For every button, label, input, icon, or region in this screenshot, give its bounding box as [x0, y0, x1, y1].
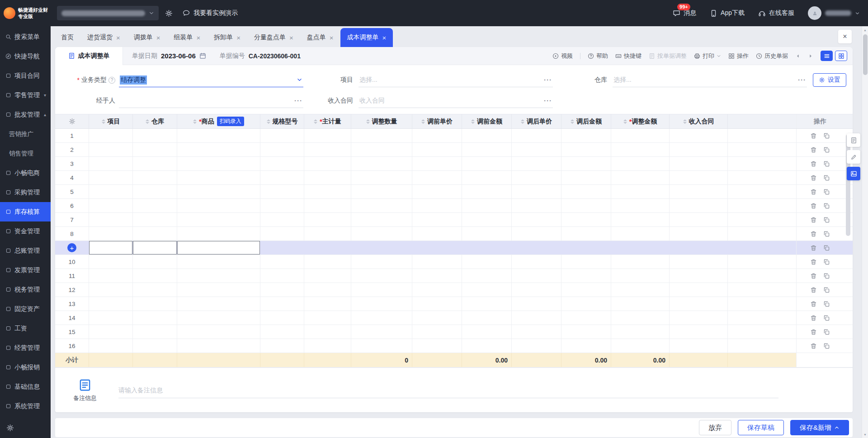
scan-entry-button[interactable]: 扫码录入: [217, 117, 244, 126]
cell-project[interactable]: [89, 199, 133, 212]
cell-adjust_amount[interactable]: [611, 283, 670, 297]
cell-adjust_amount[interactable]: [611, 129, 670, 142]
cell-income_contract[interactable]: [670, 143, 728, 156]
cell-adjust_qty[interactable]: [351, 297, 412, 311]
cell-project[interactable]: [89, 143, 133, 156]
copy-row-icon[interactable]: [823, 146, 830, 153]
copy-row-icon[interactable]: [823, 132, 830, 139]
doc-subtab[interactable]: 成本调整单: [55, 47, 123, 65]
cell-spec[interactable]: [260, 199, 304, 212]
cell-warehouse[interactable]: [133, 297, 177, 311]
more-options-icon[interactable]: ···: [544, 97, 552, 104]
cell-post_amount[interactable]: [561, 255, 611, 268]
cell-pre_price[interactable]: [412, 325, 462, 339]
tab-close-icon[interactable]: ×: [289, 34, 293, 42]
cell-post_price[interactable]: [512, 325, 561, 339]
sort-icon[interactable]: [366, 119, 370, 124]
cell-post_price[interactable]: [512, 213, 561, 226]
cell-adjust_qty[interactable]: [351, 311, 412, 325]
cell-adjust_amount[interactable]: [611, 325, 670, 339]
copy-row-icon[interactable]: [823, 203, 830, 209]
list-view-button[interactable]: [821, 51, 833, 61]
delete-row-icon[interactable]: [810, 217, 817, 223]
warehouse-select[interactable]: 选择... ···: [613, 73, 807, 87]
remarks-tab[interactable]: 备注信息: [71, 378, 99, 402]
sidebar-item-20[interactable]: 系统管理: [0, 396, 51, 416]
cell-post_price[interactable]: [512, 157, 561, 170]
cell-warehouse[interactable]: [133, 143, 177, 156]
cell-warehouse[interactable]: [133, 227, 177, 240]
cell-pre_price[interactable]: [412, 283, 462, 297]
sidebar-item-10[interactable]: 库存核算: [0, 202, 51, 221]
column-header-pre_amount[interactable]: 调前金额: [462, 114, 512, 128]
sort-icon[interactable]: [471, 119, 475, 124]
cell-adjust_amount[interactable]: [611, 199, 670, 212]
copy-row-icon[interactable]: [823, 315, 830, 321]
more-options-icon[interactable]: ···: [294, 97, 302, 104]
sidebar-item-13[interactable]: 发票管理: [0, 260, 51, 280]
demo-link[interactable]: 我要看实例演示: [183, 9, 238, 17]
cell-income_contract[interactable]: [670, 241, 728, 254]
cell-pre_amount[interactable]: [462, 325, 512, 339]
cell-pre_price[interactable]: [412, 157, 462, 170]
cell-post_price[interactable]: [512, 283, 561, 297]
cell-pre_price[interactable]: [412, 213, 462, 226]
cell-adjust_qty[interactable]: [351, 339, 412, 353]
messages-button[interactable]: 99+ 消息: [673, 9, 696, 17]
tab-6[interactable]: 分量盘点单×: [247, 28, 300, 47]
tab-close-icon[interactable]: ×: [330, 34, 334, 42]
cell-unit[interactable]: [304, 325, 351, 339]
cell-product[interactable]: [177, 199, 260, 212]
copy-row-icon[interactable]: [823, 301, 830, 307]
cell-spec[interactable]: [260, 283, 304, 297]
calendar-icon[interactable]: [199, 52, 206, 59]
business-type-select[interactable]: 结存调整: [119, 73, 303, 87]
column-header-post_price[interactable]: 调后单价: [512, 114, 561, 128]
more-options-icon[interactable]: ···: [544, 76, 552, 84]
operations-button[interactable]: 操作: [728, 52, 749, 60]
cell-product[interactable]: [177, 129, 260, 142]
side-tool-form-button[interactable]: [847, 133, 860, 147]
cell-project[interactable]: [89, 325, 133, 339]
cell-post_amount[interactable]: [561, 129, 611, 142]
copy-row-icon[interactable]: [823, 273, 830, 279]
cell-unit[interactable]: [304, 143, 351, 156]
cell-income_contract[interactable]: [670, 297, 728, 311]
sidebar-item-8[interactable]: 小畅电商: [0, 163, 51, 183]
column-header-warehouse[interactable]: 仓库: [133, 114, 177, 128]
cell-pre_amount[interactable]: [462, 283, 512, 297]
cell-unit[interactable]: [304, 241, 351, 254]
copy-row-icon[interactable]: [823, 287, 830, 293]
cell-post_price[interactable]: [512, 227, 561, 240]
cell-post_price[interactable]: [512, 129, 561, 142]
cell-project[interactable]: [89, 185, 133, 198]
sort-icon[interactable]: [267, 119, 270, 124]
cell-project[interactable]: [89, 339, 133, 353]
cell-pre_amount[interactable]: [462, 129, 512, 142]
cell-unit[interactable]: [304, 269, 351, 283]
sidebar-item-16[interactable]: 工资: [0, 319, 51, 338]
cell-post_price[interactable]: [512, 185, 561, 198]
cell-product[interactable]: [177, 213, 260, 226]
cell-unit[interactable]: [304, 311, 351, 325]
cell-pre_price[interactable]: [412, 241, 462, 254]
cell-spec[interactable]: [260, 311, 304, 325]
cell-post_amount[interactable]: [561, 185, 611, 198]
cell-post_amount[interactable]: [561, 241, 611, 254]
cell-pre_amount[interactable]: [462, 171, 512, 184]
video-button[interactable]: 视频: [552, 52, 573, 60]
cell-spec[interactable]: [260, 171, 304, 184]
column-header-post_amount[interactable]: 调后金额: [561, 114, 611, 128]
edit-cell-box[interactable]: [89, 241, 132, 254]
cell-pre_amount[interactable]: [462, 227, 512, 240]
delete-row-icon[interactable]: [810, 329, 817, 335]
cell-unit[interactable]: [304, 255, 351, 268]
sort-icon[interactable]: [421, 119, 425, 124]
cell-post_amount[interactable]: [561, 227, 611, 240]
cell-income_contract[interactable]: [670, 129, 728, 142]
cell-product[interactable]: [177, 241, 260, 254]
cell-post_price[interactable]: [512, 171, 561, 184]
prev-doc-button[interactable]: [795, 53, 801, 59]
cell-project[interactable]: [89, 283, 133, 297]
sidebar-item-3[interactable]: 项目合同: [0, 66, 51, 85]
